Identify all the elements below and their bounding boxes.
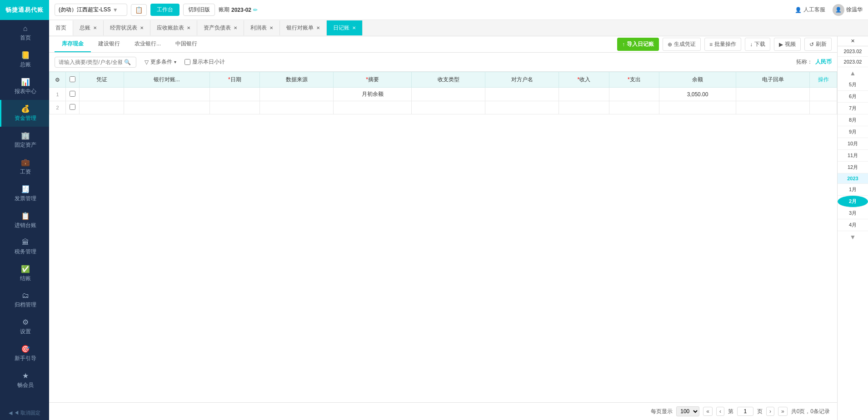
tab-bank-close[interactable]: ✕ [316,25,320,30]
sidebar-item-guide[interactable]: 🎯 新手引导 [0,340,49,367]
sidebar-item-invoice[interactable]: 🧾 发票管理 [0,180,49,207]
row1-data-source [260,88,334,101]
currency-label: 拓称： [796,58,813,66]
company-dropdown-icon: ▼ [113,7,118,13]
sidebar-item-settle[interactable]: ✅ 结账 [0,260,49,287]
user-info[interactable]: 👤 徐温华 [833,4,863,16]
sidebar-item-fixed-asset[interactable]: 🏢 固定资产 [0,127,49,153]
cal-month-3[interactable]: 3月 [838,208,868,219]
cal-month-8[interactable]: 8月 [838,114,868,126]
col-income: *收入 [559,72,609,88]
bank-tab-jianshe[interactable]: 建设银行 [91,36,127,52]
tab-bank-statement[interactable]: 银行对账单 ✕ [280,20,327,35]
sidebar-item-asset-mgmt[interactable]: 💰 资金管理 [0,100,49,127]
bank-tab-nongye[interactable]: 农业银行... [127,36,168,52]
row2-date [210,101,260,114]
tab-journal[interactable]: 日记账 ✕ [327,20,363,35]
tab-assets-close[interactable]: ✕ [234,25,237,30]
tab-profit[interactable]: 利润表 ✕ [244,20,280,35]
cal-month-6[interactable]: 6月 [838,91,868,103]
filter-arrow: ▾ [174,59,176,64]
show-today-label[interactable]: 显示本日小计 [185,58,225,66]
search-input[interactable] [59,59,122,65]
calendar-close-button[interactable]: ✕ [838,36,868,46]
switch-version-button[interactable]: 切到旧版 [183,4,215,16]
sidebar-item-tax[interactable]: 🏛 税务管理 [0,234,49,260]
sidebar-item-report[interactable]: 📊 报表中心 [0,73,49,100]
company-selector[interactable]: (勿动）江西超宝-LSS ▼ [55,4,127,16]
table-container: ⚙ 凭证 银行对账... *日期 数据来源 *摘要 收支类型 对方户名 *收入 [49,72,837,402]
tab-journal-close[interactable]: ✕ [352,25,356,30]
tab-receivable[interactable]: 应收账款表 ✕ [150,20,197,35]
cal-month-12[interactable]: 12月 [838,162,868,173]
main-wrapper: (勿动）江西超宝-LSS ▼ 📋 工作台 切到旧版 账期 2023-02 ✏ 👤… [49,0,868,420]
show-today-checkbox[interactable] [185,59,190,65]
vip-icon: ★ [22,371,29,380]
sidebar-item-ledger[interactable]: 📒 总账 [0,46,49,73]
video-button[interactable]: ▶ 视频 [774,38,801,51]
import-journal-button[interactable]: ↑ 导入日记账 [617,38,659,51]
search-icon[interactable]: 🔍 [124,59,131,65]
cal-month-7[interactable]: 7月 [838,103,868,114]
row1-balance: 3,050.00 [659,88,736,101]
col-check[interactable] [66,72,80,88]
last-page-button[interactable]: » [778,407,788,416]
row1-date [210,88,260,101]
cal-scroll-down[interactable]: ▼ [838,231,868,243]
first-page-button[interactable]: « [703,407,713,416]
cal-month-1[interactable]: 1月 [838,184,868,196]
col-voucher: 凭证 [80,72,124,88]
tab-status-close[interactable]: ✕ [140,25,144,30]
filter-button[interactable]: ▽ 更多条件 ▾ [141,56,180,68]
generate-voucher-button[interactable]: ⊕ 生成凭证 [663,38,701,51]
period-edit-icon[interactable]: ✏ [253,7,258,13]
bank-tab-cash[interactable]: 库存现金 [55,36,91,52]
refresh-button[interactable]: ↺ 刷新 [804,38,832,51]
sidebar-item-settings[interactable]: ⚙ 设置 [0,313,49,340]
download-button[interactable]: ↓ 下载 [745,38,770,51]
row1-check[interactable] [66,88,80,101]
cal-year-2023-02-2[interactable]: 2023.02 [838,57,868,67]
cal-month-10[interactable]: 10月 [838,138,868,150]
tab-ledger[interactable]: 总账 ✕ [73,20,104,35]
sidebar-item-home[interactable]: ⌂ 首页 [0,20,49,46]
cal-year-2023[interactable]: 2023 [838,173,868,184]
unpin-sidebar-button[interactable]: ◀ ◀ 取消固定 [0,406,49,420]
tab-profit-label: 利润表 [250,24,267,32]
app-logo: 畅捷通易代账 [0,0,49,20]
tab-receivable-close[interactable]: ✕ [187,25,190,30]
sidebar-item-vip[interactable]: ★ 畅会员 [0,367,49,394]
cal-month-2[interactable]: 2月 [838,196,868,208]
select-all-checkbox[interactable] [70,76,75,82]
next-page-button[interactable]: › [766,407,774,416]
tab-ledger-close[interactable]: ✕ [93,25,97,30]
sidebar-item-sales[interactable]: 📋 进销台账 [0,207,49,234]
cal-month-4[interactable]: 4月 [838,219,868,231]
batch-op-button[interactable]: ≡ 批量操作 [704,38,741,51]
row2-expense [609,101,659,114]
workbench-button[interactable]: 工作台 [150,4,180,16]
cal-month-11[interactable]: 11月 [838,150,868,162]
copy-button[interactable]: 📋 [131,4,147,16]
tab-status-table[interactable]: 经营状况表 ✕ [104,20,150,35]
tab-home[interactable]: 首页 [49,20,73,35]
cal-year-2023-02-1[interactable]: 2023.02 [838,46,868,57]
page-input[interactable] [737,407,753,416]
prev-page-button[interactable]: ‹ [716,407,724,416]
avatar-placeholder: 👤 [835,7,842,13]
cal-scroll-up[interactable]: ▲ [838,67,868,79]
bank-tab-zhongguo[interactable]: 中国银行 [168,36,205,52]
customer-service-button[interactable]: 👤 人工客服 [795,6,825,14]
currency-value[interactable]: 人民币 [815,58,832,66]
cal-month-5[interactable]: 5月 [838,79,868,91]
tab-profit-close[interactable]: ✕ [269,25,273,30]
per-page-select[interactable]: 100 50 200 [676,406,699,416]
sidebar-item-salary[interactable]: 💼 工资 [0,153,49,180]
col-settings[interactable]: ⚙ [50,72,66,88]
sidebar-item-archive[interactable]: 🗂 归档管理 [0,287,49,313]
row2-check[interactable] [66,101,80,114]
row2-operation [810,101,837,114]
cal-month-9[interactable]: 9月 [838,126,868,138]
footer: 每页显示 100 50 200 « ‹ 第 页 › » 共0页，0条记录 [49,402,837,420]
tab-assets[interactable]: 资产负债表 ✕ [197,20,244,35]
